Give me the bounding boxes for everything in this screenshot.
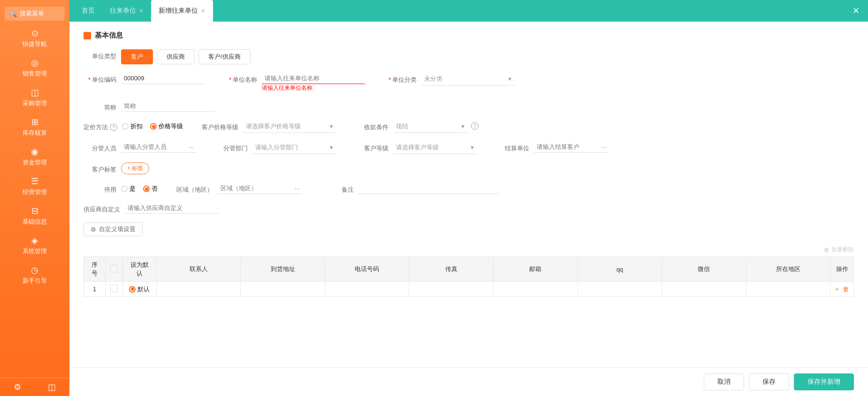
notes-input[interactable]: [358, 183, 499, 194]
cell-qq[interactable]: [578, 282, 662, 297]
wechat-input[interactable]: [667, 286, 741, 293]
settlement-input[interactable]: [534, 141, 600, 152]
add-tag-button[interactable]: + 标签: [121, 163, 149, 174]
fax-input[interactable]: [414, 286, 488, 293]
tab-partners[interactable]: 往来单位 ✕: [102, 0, 151, 22]
pricing-level[interactable]: 价格等级: [150, 122, 183, 131]
sidebar-item-sales[interactable]: ◎ 销售管理: [0, 53, 69, 83]
sidebar-item-inventory[interactable]: ⊞ 库存核算: [0, 112, 69, 142]
supplier-custom-input[interactable]: [125, 202, 219, 214]
default-radio[interactable]: 默认: [128, 285, 152, 294]
manager-input-wrap: ···: [121, 141, 196, 153]
type-btn-both[interactable]: 客户/供应商: [198, 49, 251, 64]
row-checkbox[interactable]: [110, 285, 118, 292]
sidebar-bottom-icon-1[interactable]: ⚙: [14, 382, 21, 392]
cell-action: + 🗑: [830, 282, 854, 297]
category-select[interactable]: 未分类 ▼: [421, 73, 515, 85]
custom-settings-button[interactable]: ⚙ 自定义项设置: [84, 222, 143, 236]
custom-settings-label: 自定义项设置: [99, 225, 136, 233]
cell-contact[interactable]: [156, 282, 241, 297]
manager-row: 分管人员 ··· 分管部门 请输入分管部门 ▼ 客户等级 请选择客户等级 ▼: [84, 141, 854, 154]
qq-input[interactable]: [583, 286, 657, 293]
tab-home[interactable]: 首页: [74, 0, 102, 22]
region-dots-btn[interactable]: ···: [293, 185, 302, 192]
disabled-no-radio[interactable]: [143, 186, 150, 192]
address-input[interactable]: [245, 286, 320, 293]
batch-delete-button[interactable]: 🗑 批量删除: [824, 246, 854, 254]
sidebar-search[interactable]: 🔍 搜索菜单: [5, 7, 65, 21]
tab-new-partner-label: 新增往来单位: [159, 7, 198, 15]
customer-level-field: 客户等级 请选择客户等级 ▼: [356, 141, 478, 154]
sidebar-item-base[interactable]: ⊟ 基础信息: [0, 201, 69, 231]
sidebar-item-finance[interactable]: ◉ 资金管理: [0, 142, 69, 171]
cell-checkbox[interactable]: [106, 282, 123, 297]
code-input[interactable]: 000009: [121, 73, 206, 84]
cell-email[interactable]: [493, 282, 578, 297]
contact-input[interactable]: [161, 286, 236, 293]
main-area: 首页 往来单位 ✕ 新增往来单位 ✕ ✕ 基本信息 单位类型 客户 供应商 客: [69, 0, 868, 396]
customer-price-label: 客户价格等级: [202, 120, 243, 132]
sidebar-item-quick-nav[interactable]: ⊙ 快捷导航: [0, 23, 69, 53]
manager-input[interactable]: [121, 141, 187, 152]
disabled-no[interactable]: 否: [143, 185, 158, 193]
shortname-label: 简称: [84, 101, 121, 112]
supplier-custom-field: 供应商自定义: [84, 202, 219, 214]
department-placeholder: 请输入分管部门: [255, 143, 298, 152]
col-wechat: 微信: [662, 257, 746, 282]
region-input[interactable]: [218, 183, 293, 194]
manager-dots-btn[interactable]: ···: [187, 143, 196, 151]
cell-address[interactable]: [241, 282, 325, 297]
price-level-radio[interactable]: [150, 123, 157, 130]
customer-level-select[interactable]: 请选择客户等级 ▼: [393, 141, 478, 154]
region-table-input[interactable]: [751, 286, 826, 293]
email-input[interactable]: [498, 286, 573, 293]
section-title-text: 基本信息: [95, 31, 123, 40]
disabled-yes[interactable]: 是: [121, 185, 136, 193]
delete-row-icon[interactable]: 🗑: [843, 286, 849, 293]
sidebar-bottom-icon-2[interactable]: ◫: [48, 382, 56, 392]
settlement-dots-btn[interactable]: ···: [600, 143, 609, 151]
department-select[interactable]: 请输入分管部门 ▼: [252, 141, 337, 154]
cancel-button[interactable]: 取消: [704, 373, 744, 390]
customer-price-select[interactable]: 请选择客户价格等级 ▼: [243, 120, 337, 133]
add-row-icon[interactable]: +: [835, 286, 839, 293]
discount-radio[interactable]: [122, 123, 129, 130]
phone-input[interactable]: [330, 286, 404, 293]
pricing-discount[interactable]: 折扣: [122, 122, 143, 131]
tab-new-partner-close[interactable]: ✕: [201, 8, 206, 14]
payment-help-icon[interactable]: ?: [471, 122, 479, 130]
type-btn-customer[interactable]: 客户: [121, 49, 153, 64]
payment-select[interactable]: 现结 ▼: [393, 120, 468, 133]
shortname-input[interactable]: [121, 101, 215, 112]
sidebar-bottom: ⚙ ◫: [0, 378, 69, 396]
select-all-checkbox[interactable]: [110, 265, 118, 272]
finance-icon: ◉: [31, 147, 38, 157]
table-header-row: 序号 设为默认 联系人 到货地址 电话号码 传真 邮箱 qq 微信 所在地区 操…: [84, 257, 854, 282]
sidebar-item-purchase[interactable]: ◫ 采购管理: [0, 83, 69, 112]
sidebar-item-guide[interactable]: ◷ 新手引导: [0, 260, 69, 290]
type-btn-supplier[interactable]: 供应商: [157, 49, 195, 64]
cell-fax[interactable]: [409, 282, 494, 297]
tab-partners-close[interactable]: ✕: [139, 8, 144, 14]
customer-level-placeholder: 请选择客户等级: [396, 143, 439, 152]
default-radio-circle[interactable]: [129, 286, 136, 293]
search-icon: 🔍: [9, 10, 17, 17]
disabled-yes-radio[interactable]: [121, 186, 128, 192]
tab-close-all-button[interactable]: ✕: [849, 6, 863, 16]
sidebar-item-system[interactable]: ◈ 系统管理: [0, 231, 69, 260]
name-input[interactable]: [262, 73, 365, 84]
save-button[interactable]: 保存: [749, 373, 789, 390]
action-icons: + 🗑: [835, 286, 849, 293]
pricing-label: 定价方法 ?: [84, 120, 122, 132]
settlement-label: 结算单位: [496, 141, 534, 153]
footer: 取消 保存 保存并新增: [69, 367, 868, 396]
cell-phone[interactable]: [325, 282, 409, 297]
pricing-field: 定价方法 ? 折扣 价格等级: [84, 120, 183, 132]
tab-new-partner[interactable]: 新增往来单位 ✕: [151, 0, 213, 22]
customer-price-arrow: ▼: [329, 124, 334, 129]
cell-region[interactable]: [746, 282, 830, 297]
save-new-button[interactable]: 保存并新增: [794, 373, 854, 390]
pricing-help-icon[interactable]: ?: [110, 124, 117, 131]
cell-wechat[interactable]: [662, 282, 746, 297]
sidebar-item-operation[interactable]: ☰ 经营管理: [0, 171, 69, 201]
